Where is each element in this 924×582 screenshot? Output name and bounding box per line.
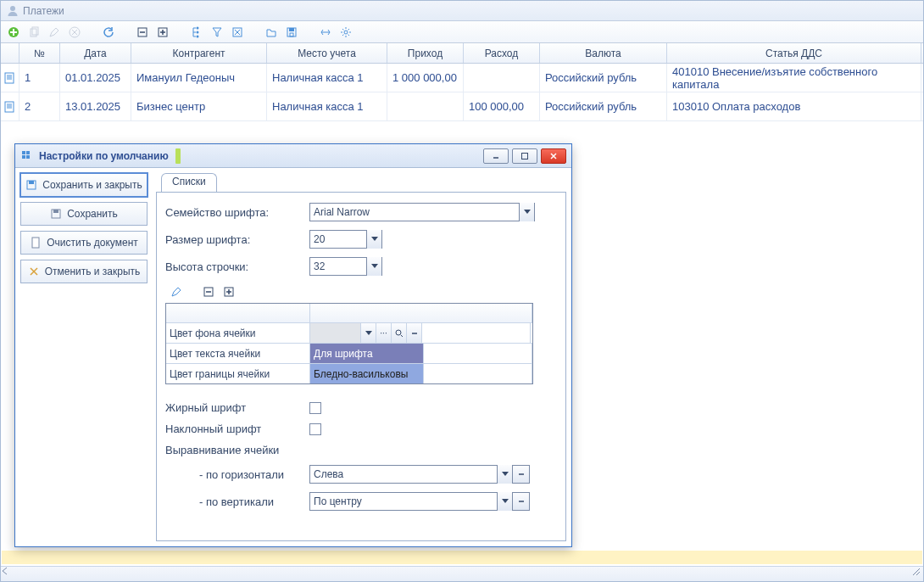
col-num[interactable]: № xyxy=(19,43,60,63)
cell-place: Наличная касса 1 xyxy=(267,64,387,92)
chevron-down-icon[interactable] xyxy=(366,230,381,249)
align-v-combo[interactable]: По центру xyxy=(309,492,513,511)
grid-header: № Дата Контрагент Место учета Приход Рас… xyxy=(1,43,923,64)
col-dds[interactable]: Статья ДДС xyxy=(667,43,921,63)
col-out[interactable]: Расход xyxy=(464,43,540,63)
cell-dds: 401010 Внесение/изъятие собственного кап… xyxy=(667,64,921,92)
expand-icon[interactable] xyxy=(221,284,237,299)
gear-icon[interactable] xyxy=(338,25,353,40)
row-height-combo[interactable]: 32 xyxy=(309,257,382,276)
fit-width-icon[interactable] xyxy=(318,25,333,40)
add-icon[interactable] xyxy=(6,25,21,40)
filter-icon[interactable] xyxy=(209,25,225,40)
tree-icon[interactable] xyxy=(189,25,204,40)
row-height-label: Высота строчки: xyxy=(165,260,309,273)
tab-lists[interactable]: Списки xyxy=(161,173,217,192)
chevron-down-icon[interactable] xyxy=(497,492,512,511)
col-date[interactable]: Дата xyxy=(60,43,131,63)
svg-point-9 xyxy=(197,35,199,37)
edit-row-icon[interactable] xyxy=(169,284,184,299)
refresh-icon[interactable] xyxy=(101,25,116,40)
font-size-combo[interactable]: 20 xyxy=(309,230,382,249)
cell-out: 100 000,00 xyxy=(464,92,540,120)
highlight-bar xyxy=(2,551,922,564)
collapse-icon[interactable] xyxy=(135,25,150,40)
maximize-button[interactable] xyxy=(512,148,537,164)
expand-icon[interactable] xyxy=(155,25,170,40)
table-row[interactable]: 2 13.01.2025 Бизнес центр Наличная касса… xyxy=(1,92,923,121)
edit-icon xyxy=(47,25,62,40)
delete-icon xyxy=(67,25,82,40)
svg-rect-19 xyxy=(22,155,25,159)
svg-rect-12 xyxy=(289,28,294,31)
italic-checkbox[interactable] xyxy=(309,423,321,435)
excel-icon[interactable] xyxy=(230,25,245,40)
cell-agent: Имануил Гедеоныч xyxy=(131,64,267,92)
cell-out xyxy=(464,64,540,92)
main-window-title: Платежи xyxy=(23,5,64,17)
svg-rect-25 xyxy=(53,210,58,213)
color-row-border[interactable]: Цвет границы ячейки Бледно-васильковы xyxy=(166,363,532,383)
minus-icon[interactable] xyxy=(407,323,422,343)
svg-point-8 xyxy=(197,31,199,33)
col-in[interactable]: Приход xyxy=(387,43,464,63)
search-icon[interactable] xyxy=(392,323,407,343)
close-button[interactable] xyxy=(541,148,566,164)
dialog-title: Настройки по умолчанию xyxy=(39,150,169,162)
color-grid: Цвет фона ячейки ··· Цвет текста ячейки … xyxy=(165,303,533,384)
bold-checkbox[interactable] xyxy=(309,402,321,414)
color-row-bg[interactable]: Цвет фона ячейки ··· xyxy=(166,322,532,343)
cell-date: 01.01.2025 xyxy=(60,64,131,92)
settings-dialog: Настройки по умолчанию Сохранить и закры… xyxy=(14,143,572,547)
chevron-down-icon[interactable] xyxy=(366,257,381,276)
save-button[interactable]: Сохранить xyxy=(20,202,148,226)
drag-grip[interactable] xyxy=(175,148,181,164)
dialog-sidebar: Сохранить и закрыть Сохранить Очистить д… xyxy=(20,173,148,541)
svg-rect-16 xyxy=(5,102,14,112)
svg-rect-20 xyxy=(26,155,30,159)
folder-icon[interactable] xyxy=(264,25,279,40)
save-close-icon xyxy=(25,179,37,191)
cancel-close-button[interactable]: Отменить и закрыть xyxy=(20,260,148,283)
minimize-button[interactable] xyxy=(483,148,509,164)
chevron-down-icon[interactable] xyxy=(497,465,512,484)
col-place[interactable]: Место учета xyxy=(267,43,387,63)
col-icon[interactable] xyxy=(1,43,19,63)
svg-rect-2 xyxy=(31,29,36,36)
doc-icon xyxy=(4,101,14,113)
svg-rect-26 xyxy=(32,238,39,248)
align-v-label: - по вертикали xyxy=(199,495,309,508)
svg-point-0 xyxy=(10,6,15,11)
dialog-titlebar[interactable]: Настройки по умолчанию xyxy=(15,144,571,168)
cancel-close-icon xyxy=(28,266,40,277)
align-h-combo[interactable]: Слева xyxy=(309,465,513,484)
chevron-down-icon[interactable] xyxy=(519,203,534,221)
cell-in: 1 000 000,00 xyxy=(387,64,464,92)
more-icon[interactable]: ··· xyxy=(376,323,392,343)
col-cur[interactable]: Валюта xyxy=(540,43,667,63)
svg-rect-21 xyxy=(522,153,528,159)
collapse-icon[interactable] xyxy=(201,284,216,299)
clear-doc-button[interactable]: Очистить документ xyxy=(20,231,148,255)
cell-cur: Российский рубль xyxy=(540,64,667,92)
bold-label: Жирный шрифт xyxy=(165,401,309,414)
save-icon xyxy=(50,208,62,220)
user-icon xyxy=(6,4,19,18)
table-row[interactable]: 1 01.01.2025 Имануил Гедеоныч Наличная к… xyxy=(1,64,923,92)
minus-icon[interactable] xyxy=(513,465,530,484)
color-row-text[interactable]: Цвет текста ячейки Для шрифта xyxy=(166,343,532,363)
svg-point-29 xyxy=(396,330,401,335)
font-family-combo[interactable]: Arial Narrow xyxy=(309,203,535,221)
save-disk-icon[interactable] xyxy=(284,25,299,40)
cell-agent: Бизнес центр xyxy=(131,92,267,120)
minus-icon[interactable] xyxy=(513,492,530,511)
cell-place: Наличная касса 1 xyxy=(267,92,387,120)
align-h-label: - по горизонтали xyxy=(199,468,309,481)
scroll-left-icon[interactable] xyxy=(1,567,9,575)
svg-rect-13 xyxy=(290,33,293,36)
save-close-button[interactable]: Сохранить и закрыть xyxy=(20,173,148,197)
col-agent[interactable]: Контрагент xyxy=(131,43,267,63)
svg-point-7 xyxy=(197,26,199,29)
resize-grip-icon[interactable] xyxy=(911,567,921,577)
chevron-down-icon[interactable] xyxy=(361,323,376,343)
